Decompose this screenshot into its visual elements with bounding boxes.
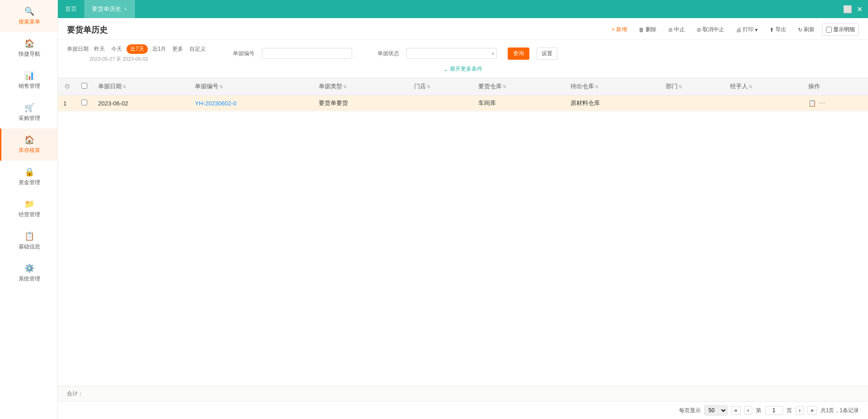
- sidebar-icon-basic: 📋: [24, 231, 34, 241]
- select-all-checkbox[interactable]: [81, 83, 87, 89]
- sort-icon: ⇅: [123, 84, 126, 89]
- row-more-icon-0[interactable]: ⋯: [819, 100, 825, 107]
- doc-number-link-0[interactable]: YH-20230602-0: [195, 100, 236, 107]
- stop-button[interactable]: ⊘ 中止: [664, 24, 689, 35]
- doc-number-input[interactable]: [262, 48, 352, 59]
- col-department[interactable]: 部门⇅: [660, 78, 725, 95]
- table-body: 1 2023-06-02 YH-20230602-0 要货单要货 车间库 原材料…: [58, 95, 868, 111]
- date-shortcuts: 昨天今天近7天近1月更多自定义: [92, 44, 208, 54]
- col-doc-date[interactable]: 单据日期⇅: [93, 78, 189, 95]
- tab-close-history[interactable]: ×: [124, 6, 127, 12]
- status-select-wrap: ▾: [406, 48, 497, 59]
- table-header: ⚙ 单据日期⇅ 单据编号⇅ 单据类型⇅: [58, 78, 868, 95]
- sidebar-label-search-menu: 搜索菜单: [19, 18, 40, 26]
- sidebar-item-basic[interactable]: 📋基础信息: [0, 225, 57, 257]
- sidebar-label-system: 系统管理: [19, 275, 40, 283]
- tab-bar: 首页要货单历史× ⬜ ✕: [58, 0, 868, 18]
- next-page-button[interactable]: ›: [796, 406, 804, 415]
- cell-doc-date: 2023-06-02: [93, 95, 189, 111]
- sidebar-label-operations: 经营管理: [19, 211, 40, 219]
- col-req-warehouse[interactable]: 要货仓库⇅: [473, 78, 565, 95]
- query-button[interactable]: 查询: [508, 48, 529, 60]
- sidebar-item-purchase[interactable]: 🛒采购管理: [0, 96, 57, 129]
- main-area: 首页要货单历史× ⬜ ✕ 要货单历史 + 新增 🗑 删除 ⊘ 中止 ⊘: [58, 0, 868, 419]
- sidebar-item-system[interactable]: ⚙️系统管理: [0, 257, 57, 289]
- sort-icon-5: ⇅: [503, 84, 506, 89]
- col-checkbox: [76, 78, 93, 95]
- date-shortcut-4[interactable]: 更多: [170, 45, 185, 53]
- row-edit-icon-0[interactable]: 📋: [808, 100, 816, 107]
- col-actions: 操作: [803, 78, 868, 95]
- sidebar-item-sales[interactable]: 📊销售管理: [0, 64, 57, 96]
- date-shortcut-2[interactable]: 近7天: [127, 44, 148, 54]
- refresh-button[interactable]: ↻ 刷新: [793, 24, 819, 35]
- sidebar-item-finance[interactable]: 🔒资金管理: [0, 161, 57, 193]
- expand-more-button[interactable]: ⌄ 展开更多条件: [67, 65, 859, 73]
- gear-icon[interactable]: ⚙: [64, 82, 70, 90]
- print-button[interactable]: 🖨 打印 ▾: [731, 24, 762, 35]
- prev-page-button[interactable]: ‹: [744, 406, 752, 415]
- first-page-button[interactable]: «: [731, 406, 741, 415]
- sidebar-label-purchase: 采购管理: [19, 114, 40, 122]
- table-footer: 合计：: [58, 386, 868, 401]
- settings-button[interactable]: 设置: [537, 48, 557, 60]
- export-button[interactable]: ⬆ 导出: [765, 24, 791, 35]
- date-shortcut-3[interactable]: 近1月: [151, 45, 168, 53]
- cell-pending-warehouse: 原材料仓库: [565, 95, 660, 111]
- sort-icon-2: ⇅: [219, 84, 223, 89]
- sort-icon-7: ⇅: [679, 84, 682, 89]
- cell-department: [660, 95, 725, 111]
- filter-bar: 单据日期 昨天今天近7天近1月更多自定义 2023-05-27 至 2023-0…: [58, 40, 868, 78]
- print-icon: 🖨: [736, 27, 741, 33]
- page-input[interactable]: [765, 406, 783, 415]
- col-settings: ⚙: [58, 78, 76, 95]
- sort-icon-4: ⇅: [427, 84, 430, 89]
- date-shortcut-0[interactable]: 昨天: [92, 45, 107, 53]
- page-suffix: 页: [787, 407, 792, 414]
- cell-handler: [725, 95, 803, 111]
- col-store[interactable]: 门店⇅: [409, 78, 473, 95]
- display-detail-button[interactable]: 显示明细: [822, 24, 859, 36]
- add-button[interactable]: + 新增: [607, 24, 632, 35]
- cell-checkbox: [76, 95, 93, 111]
- sidebar-item-inventory[interactable]: 🏠库存核算: [0, 129, 57, 161]
- page-label: 第: [756, 407, 761, 414]
- delete-button[interactable]: 🗑 删除: [634, 24, 661, 35]
- tab-history[interactable]: 要货单历史×: [85, 0, 135, 18]
- sidebar-label-inventory: 库存核算: [19, 147, 40, 154]
- sidebar-item-quick-nav[interactable]: 🏠快捷导航: [0, 32, 57, 64]
- refresh-icon: ↻: [798, 27, 802, 33]
- sort-icon-6: ⇅: [595, 84, 599, 89]
- page-size-select[interactable]: 50 100 200: [704, 405, 727, 415]
- status-label: 单据状态: [377, 50, 399, 57]
- sidebar-item-operations[interactable]: 📁经营管理: [0, 193, 57, 225]
- expand-icon: ⌄: [443, 66, 448, 72]
- cell-doc-type: 要货单要货: [313, 95, 409, 111]
- cancel-stop-button[interactable]: ⊘ 取消中止: [692, 24, 729, 35]
- sidebar: 🔍搜索菜单🏠快捷导航📊销售管理🛒采购管理🏠库存核算🔒资金管理📁经营管理📋基础信息…: [0, 0, 58, 419]
- date-shortcut-5[interactable]: 自定义: [188, 45, 208, 53]
- tab-home[interactable]: 首页: [58, 0, 85, 18]
- status-select[interactable]: [406, 48, 497, 59]
- sidebar-label-basic: 基础信息: [19, 243, 40, 251]
- col-handler[interactable]: 经手人⇅: [725, 78, 803, 95]
- last-page-button[interactable]: »: [807, 406, 817, 415]
- sidebar-icon-operations: 📁: [24, 199, 34, 209]
- sidebar-icon-system: ⚙️: [24, 263, 34, 273]
- cell-seq: 1: [58, 95, 76, 111]
- restore-icon[interactable]: ⬜: [843, 5, 852, 14]
- tab-label-history: 要货单历史: [92, 5, 121, 13]
- total-label: 合计：: [67, 390, 83, 398]
- pagination-bar: 每页显示 50 100 200 « ‹ 第 页 › » 共1页，1条记录: [58, 401, 868, 419]
- table-area: ⚙ 单据日期⇅ 单据编号⇅ 单据类型⇅: [58, 78, 868, 386]
- export-icon: ⬆: [769, 27, 774, 33]
- col-doc-number[interactable]: 单据编号⇅: [189, 78, 313, 95]
- display-detail-checkbox[interactable]: [826, 27, 832, 33]
- date-shortcut-1[interactable]: 今天: [109, 45, 124, 53]
- col-doc-type[interactable]: 单据类型⇅: [313, 78, 409, 95]
- close-icon[interactable]: ✕: [857, 5, 863, 14]
- col-pending-warehouse[interactable]: 待出仓库⇅: [565, 78, 660, 95]
- sidebar-icon-search-menu: 🔍: [24, 6, 34, 16]
- sidebar-item-search-menu[interactable]: 🔍搜索菜单: [0, 0, 57, 32]
- row-checkbox-0[interactable]: [81, 100, 87, 105]
